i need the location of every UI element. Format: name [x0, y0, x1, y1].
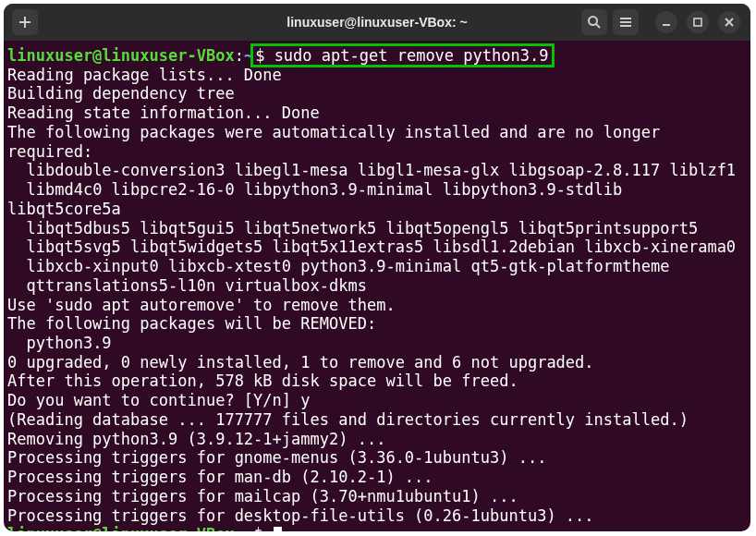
output-line: Reading state information... Done	[7, 104, 320, 122]
svg-rect-3	[694, 18, 701, 26]
maximize-icon	[690, 15, 705, 30]
output-line: Reading package lists... Done	[7, 66, 282, 84]
output-line: The following packages were automaticall…	[7, 123, 669, 161]
output-line: Removing python3.9 (3.9.12-1+jammy2) ...	[7, 430, 385, 448]
prompt-path: ~	[244, 46, 253, 65]
minimize-button[interactable]	[655, 11, 677, 33]
output-line: Processing triggers for gnome-menus (3.3…	[7, 448, 546, 467]
command-text: sudo apt-get remove python3.9	[264, 46, 548, 65]
terminal-window: linuxuser@linuxuser-VBox: ~ linuxuser@li…	[4, 4, 750, 531]
output-line: Building dependency tree	[7, 84, 235, 103]
prompt-line-2: linuxuser@linuxuser-VBox:~$	[7, 525, 282, 531]
output-line: Processing triggers for desktop-file-uti…	[7, 506, 594, 525]
highlighted-command: $ sudo apt-get remove python3.9	[253, 46, 552, 65]
output-line: Processing triggers for man-db (2.10.2-1…	[7, 468, 433, 486]
maximize-button[interactable]	[687, 11, 709, 33]
svg-line-1	[596, 24, 600, 28]
output-line: python3.9	[7, 334, 112, 352]
terminal-body[interactable]: linuxuser@linuxuser-VBox:~$ sudo apt-get…	[4, 41, 750, 531]
prompt-userhost: linuxuser@linuxuser-VBox	[7, 46, 235, 65]
output-line: libxcb-xinput0 libxcb-xtest0 python3.9-m…	[7, 257, 669, 275]
output-line: Do you want to continue? [Y/n] y	[7, 391, 311, 409]
plus-icon	[18, 15, 32, 30]
output-line: (Reading database ... 177777 files and d…	[7, 410, 689, 429]
prompt-path: ~	[244, 525, 253, 531]
menu-button[interactable]	[613, 9, 639, 35]
output-line: libqt5svg5 libqt5widgets5 libqt5x11extra…	[7, 238, 736, 256]
output-line: After this operation, 578 kB disk space …	[7, 372, 518, 390]
close-button[interactable]	[718, 11, 740, 33]
prompt-line-1: linuxuser@linuxuser-VBox:~$ sudo apt-get…	[7, 46, 552, 65]
output-line: 0 upgraded, 0 newly installed, 1 to remo…	[7, 353, 594, 372]
output-line: Processing triggers for mailcap (3.70+nm…	[7, 487, 518, 506]
prompt-sep: :	[235, 46, 244, 65]
minimize-icon	[659, 15, 674, 30]
output-line: Use 'sudo apt autoremove' to remove them…	[7, 296, 396, 314]
prompt-sep: :	[235, 525, 244, 531]
svg-rect-2	[663, 24, 670, 26]
prompt-dollar: $	[253, 525, 262, 531]
prompt-userhost: linuxuser@linuxuser-VBox	[7, 525, 235, 531]
svg-point-0	[589, 17, 597, 25]
output-line: libqt5dbus5 libqt5gui5 libqt5network5 li…	[7, 219, 698, 238]
hamburger-icon	[618, 15, 633, 30]
output-line: libdouble-conversion3 libegl1-mesa libgl…	[7, 161, 736, 179]
close-icon	[722, 15, 737, 30]
search-button[interactable]	[581, 9, 607, 35]
titlebar: linuxuser@linuxuser-VBox: ~	[4, 4, 750, 41]
output-line: The following packages will be REMOVED:	[7, 314, 376, 333]
cursor	[274, 527, 282, 531]
new-tab-button[interactable]	[12, 9, 38, 35]
output-line: qttranslations5-l10n virtualbox-dkms	[7, 276, 367, 295]
search-icon	[587, 15, 602, 30]
prompt-dollar: $	[255, 46, 264, 65]
output-line: libmd4c0 libpcre2-16-0 libpython3.9-mini…	[7, 180, 632, 218]
